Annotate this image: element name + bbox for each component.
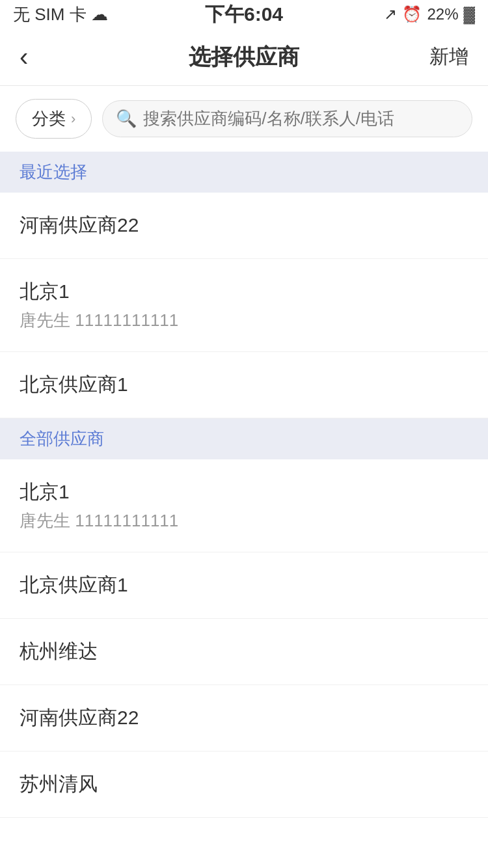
category-label: 分类 — [32, 107, 66, 130]
filter-bar: 分类 › 🔍 — [0, 86, 488, 152]
status-left: 无 SIM 卡 ☁ — [13, 3, 108, 26]
item-name: 河南供应商22 — [20, 212, 468, 239]
all-section-header: 全部供应商 — [0, 418, 488, 459]
status-time: 下午6:04 — [205, 1, 283, 28]
chevron-right-icon: › — [71, 111, 75, 128]
item-name: 北京供应商1 — [20, 372, 468, 398]
add-button[interactable]: 新增 — [416, 44, 468, 70]
item-name: 北京1 — [20, 479, 468, 506]
item-sub: 唐先生 11111111111 — [20, 509, 468, 532]
battery-level: 22% — [427, 5, 458, 23]
item-name: 北京供应商1 — [20, 572, 468, 599]
search-box[interactable]: 🔍 — [102, 100, 472, 137]
status-bar: 无 SIM 卡 ☁ 下午6:04 ↗ ⏰ 22% ▓ — [0, 0, 488, 29]
search-icon: 🔍 — [116, 109, 137, 129]
battery-icon: ▓ — [464, 5, 476, 23]
list-item[interactable]: 苏州清风 — [0, 752, 488, 818]
list-item[interactable]: 北京1唐先生 11111111111 — [0, 459, 488, 552]
recent-section-title: 最近选择 — [20, 162, 87, 182]
item-name: 北京1 — [20, 278, 468, 305]
item-sub: 唐先生 11111111111 — [20, 309, 468, 332]
list-item[interactable]: 河南供应商22 — [0, 193, 488, 259]
all-section-title: 全部供应商 — [20, 429, 104, 448]
sim-status: 无 SIM 卡 ☁ — [13, 3, 108, 26]
category-button[interactable]: 分类 › — [16, 99, 92, 139]
nav-bar: ‹ 选择供应商 新增 — [0, 29, 488, 86]
item-name: 杭州维达 — [20, 638, 468, 665]
item-name: 苏州清风 — [20, 771, 468, 798]
recent-items-list: 河南供应商22北京1唐先生 11111111111北京供应商1 — [0, 193, 488, 418]
recent-section-header: 最近选择 — [0, 152, 488, 193]
search-input[interactable] — [143, 109, 459, 129]
list-item[interactable]: 河南供应商22 — [0, 685, 488, 752]
status-right: ↗ ⏰ 22% ▓ — [384, 5, 475, 23]
list-item[interactable]: 杭州维达 — [0, 619, 488, 685]
back-button[interactable]: ‹ — [20, 42, 72, 72]
list-item[interactable]: 北京1唐先生 11111111111 — [0, 259, 488, 352]
all-items-list: 北京1唐先生 11111111111北京供应商1杭州维达河南供应商22苏州清风 — [0, 459, 488, 818]
list-item[interactable]: 北京供应商1 — [0, 352, 488, 418]
location-icon: ↗ — [384, 5, 397, 23]
alarm-icon: ⏰ — [402, 5, 422, 23]
page-title: 选择供应商 — [189, 42, 299, 72]
item-name: 河南供应商22 — [20, 705, 468, 731]
list-item[interactable]: 北京供应商1 — [0, 552, 488, 619]
